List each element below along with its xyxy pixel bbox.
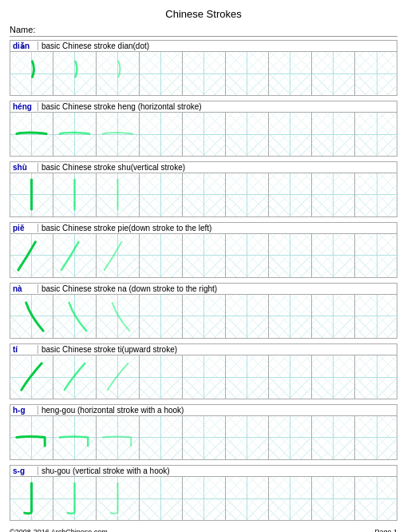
stroke-cell-4-5 [226, 295, 269, 338]
stroke-cell-6-5 [226, 416, 269, 459]
stroke-cell-6-1 [53, 416, 97, 459]
footer-page: Page 1 [331, 527, 397, 532]
stroke-cell-0-5 [226, 52, 269, 95]
stroke-cell-5-6 [269, 355, 312, 399]
stroke-desc-5: basic Chinese stroke ti(upward stroke) [41, 345, 177, 354]
stroke-cell-1-5 [226, 113, 269, 156]
stroke-cell-7-6 [269, 477, 312, 520]
stroke-header-0: diǎnbasic Chinese stroke dian(dot) [10, 41, 397, 52]
stroke-cell-0-0 [10, 52, 53, 95]
stroke-cell-2-6 [269, 173, 312, 216]
stroke-cell-2-2 [97, 173, 140, 216]
stroke-cells-4 [10, 295, 397, 338]
stroke-section-6: h-gheng-gou (horizontal stroke with a ho… [10, 404, 397, 460]
stroke-cell-1-4 [183, 113, 226, 156]
stroke-pinyin-5: tí [13, 345, 38, 354]
stroke-section-5: tíbasic Chinese stroke ti(upward stroke) [10, 343, 397, 399]
stroke-header-5: tíbasic Chinese stroke ti(upward stroke) [10, 344, 397, 355]
stroke-cell-0-1 [53, 52, 97, 95]
stroke-cells-5 [10, 355, 397, 399]
page-title: Chinese Strokes [10, 8, 397, 20]
stroke-cell-3-2 [97, 234, 140, 277]
stroke-cell-0-7 [312, 52, 355, 95]
stroke-cell-2-0 [10, 173, 53, 216]
stroke-cell-3-1 [53, 234, 97, 277]
stroke-pinyin-7: s-g [13, 466, 38, 475]
stroke-cell-0-6 [269, 52, 312, 95]
stroke-desc-2: basic Chinese stroke shu(vertical stroke… [41, 163, 185, 172]
stroke-cell-7-7 [312, 477, 355, 520]
stroke-cell-1-7 [312, 113, 355, 156]
stroke-cell-7-8 [355, 477, 398, 520]
stroke-section-7: s-gshu-gou (vertical stroke with a hook) [10, 465, 397, 521]
stroke-cell-5-3 [140, 355, 183, 399]
stroke-cell-6-3 [140, 416, 183, 459]
stroke-cell-0-4 [183, 52, 226, 95]
stroke-cell-4-7 [312, 295, 355, 338]
stroke-cell-2-4 [183, 173, 226, 216]
stroke-cell-4-8 [355, 295, 398, 338]
stroke-cell-3-4 [183, 234, 226, 277]
footer: ©2008-2016 ArchChinese.com Generated for… [10, 527, 397, 532]
stroke-cell-4-0 [10, 295, 53, 338]
stroke-cells-6 [10, 416, 397, 459]
stroke-section-2: shùbasic Chinese stroke shu(vertical str… [10, 161, 397, 217]
stroke-desc-6: heng-gou (horizontal stroke with a hook) [41, 406, 184, 415]
stroke-cell-1-3 [140, 113, 183, 156]
stroke-cells-2 [10, 173, 397, 216]
stroke-cells-7 [10, 477, 397, 520]
stroke-pinyin-0: diǎn [13, 42, 38, 50]
stroke-header-2: shùbasic Chinese stroke shu(vertical str… [10, 162, 397, 173]
stroke-cell-7-2 [97, 477, 140, 520]
stroke-pinyin-2: shù [13, 163, 38, 172]
stroke-cell-3-3 [140, 234, 183, 277]
stroke-cell-0-8 [355, 52, 398, 95]
stroke-header-3: piěbasic Chinese stroke pie(down stroke … [10, 223, 397, 234]
stroke-cell-3-6 [269, 234, 312, 277]
stroke-cell-1-1 [53, 113, 97, 156]
stroke-cell-6-4 [183, 416, 226, 459]
stroke-desc-4: basic Chinese stroke na (down stroke to … [41, 284, 217, 293]
stroke-cell-7-3 [140, 477, 183, 520]
stroke-cell-3-8 [355, 234, 398, 277]
stroke-cell-5-7 [312, 355, 355, 399]
stroke-cell-0-2 [97, 52, 140, 95]
stroke-cells-1 [10, 113, 397, 156]
stroke-pinyin-4: nà [13, 284, 38, 293]
stroke-cells-0 [10, 52, 397, 95]
stroke-cell-4-4 [183, 295, 226, 338]
stroke-header-1: héngbasic Chinese stroke heng (horizonta… [10, 101, 397, 113]
stroke-cell-6-0 [10, 416, 53, 459]
stroke-cell-0-3 [140, 52, 183, 95]
stroke-cell-3-0 [10, 234, 53, 277]
stroke-cell-1-8 [355, 113, 398, 156]
stroke-cell-3-7 [312, 234, 355, 277]
stroke-cell-6-7 [312, 416, 355, 459]
stroke-section-0: diǎnbasic Chinese stroke dian(dot) [10, 40, 397, 96]
stroke-desc-3: basic Chinese stroke pie(down stroke to … [41, 224, 211, 232]
stroke-section-3: piěbasic Chinese stroke pie(down stroke … [10, 222, 397, 278]
stroke-cell-4-2 [97, 295, 140, 338]
stroke-cell-5-2 [97, 355, 140, 399]
stroke-cell-4-3 [140, 295, 183, 338]
stroke-cell-5-0 [10, 355, 53, 399]
stroke-header-4: nàbasic Chinese stroke na (down stroke t… [10, 284, 397, 295]
stroke-cell-2-1 [53, 173, 97, 216]
stroke-cell-1-2 [97, 113, 140, 156]
stroke-cell-4-6 [269, 295, 312, 338]
footer-copyright: ©2008-2016 ArchChinese.com [10, 527, 122, 532]
stroke-cell-2-3 [140, 173, 183, 216]
stroke-cell-5-5 [226, 355, 269, 399]
stroke-pinyin-6: h-g [13, 406, 38, 415]
stroke-header-6: h-gheng-gou (horizontal stroke with a ho… [10, 405, 397, 416]
footer-left: ©2008-2016 ArchChinese.com Generated for… [10, 527, 122, 532]
stroke-cell-2-8 [355, 173, 398, 216]
stroke-section-1: héngbasic Chinese stroke heng (horizonta… [10, 101, 397, 157]
stroke-cell-4-1 [53, 295, 97, 338]
name-line: Name: [10, 25, 397, 37]
stroke-cell-1-6 [269, 113, 312, 156]
stroke-pinyin-3: piě [13, 224, 38, 232]
stroke-cell-7-0 [10, 477, 53, 520]
stroke-cell-7-4 [183, 477, 226, 520]
stroke-section-4: nàbasic Chinese stroke na (down stroke t… [10, 283, 397, 339]
